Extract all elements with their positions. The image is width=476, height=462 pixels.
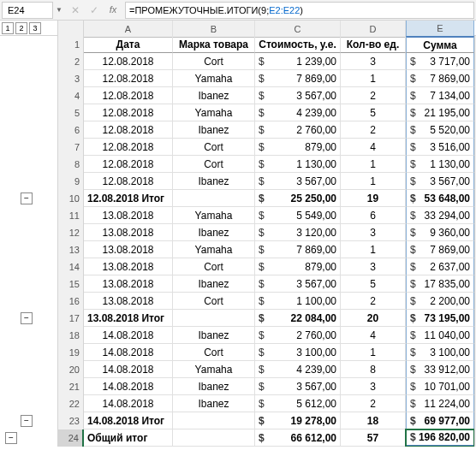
col-header-A[interactable]: A [84, 21, 173, 38]
cell-date[interactable]: 14.08.2018 [84, 327, 173, 344]
row-header[interactable]: 15 [58, 275, 84, 293]
cell-brand[interactable]: Cort [173, 156, 255, 173]
cell-qty[interactable]: 1 [341, 70, 406, 87]
cell-sum[interactable]: $7 134,00 [406, 87, 474, 104]
cell-sum[interactable]: $53 648,00 [406, 190, 474, 207]
cell-qty[interactable]: 4 [341, 139, 406, 156]
cell-qty[interactable]: 2 [341, 121, 406, 139]
header-qty[interactable]: Кол-во ед. [341, 36, 406, 53]
row-header[interactable]: 16 [58, 293, 84, 310]
cell-sum[interactable]: $33 912,00 [406, 361, 474, 378]
cell-brand[interactable]: Ibanez [173, 224, 255, 241]
cell-cost[interactable]: $7 869,00 [255, 70, 341, 87]
cell-brand[interactable] [173, 412, 255, 429]
cell-date[interactable]: 14.08.2018 Итог [84, 412, 173, 429]
cell-date[interactable]: 12.08.2018 [84, 121, 173, 139]
cell-brand[interactable] [173, 310, 255, 327]
row-header[interactable]: 6 [58, 121, 84, 139]
cell-date[interactable]: Общий итог [84, 429, 173, 447]
cell-brand[interactable]: Yamaha [173, 207, 255, 224]
cell-cost[interactable]: $3 120,00 [255, 224, 341, 241]
row-header[interactable]: 20 [58, 361, 84, 378]
cell-date[interactable]: 13.08.2018 [84, 275, 173, 293]
cell-sum[interactable]: $9 360,00 [406, 224, 474, 241]
header-sum[interactable]: Сумма [406, 36, 474, 53]
cell-qty[interactable]: 1 [341, 241, 406, 258]
header-brand[interactable]: Марка товара [173, 36, 255, 53]
cell-sum[interactable]: $10 701,00 [406, 378, 474, 395]
cell-qty[interactable]: 3 [341, 378, 406, 395]
cell-sum[interactable]: $11 224,00 [406, 395, 474, 412]
cell-sum[interactable]: $21 195,00 [406, 104, 474, 121]
cell-qty[interactable]: 3 [341, 53, 406, 70]
row-header[interactable]: 18 [58, 327, 84, 344]
cell-cost[interactable]: $5 549,00 [255, 207, 341, 224]
cell-date[interactable]: 14.08.2018 [84, 395, 173, 412]
cell-brand[interactable]: Cort [173, 258, 255, 275]
cell-sum[interactable]: $7 869,00 [406, 241, 474, 258]
cell-brand[interactable]: Cort [173, 53, 255, 70]
row-header[interactable]: 23 [58, 412, 84, 429]
cell-brand[interactable]: Yamaha [173, 104, 255, 121]
cell-date[interactable]: 14.08.2018 [84, 344, 173, 361]
outline-level-3[interactable]: 3 [29, 22, 41, 34]
cell-cost[interactable]: $879,00 [255, 258, 341, 275]
outline-level-1[interactable]: 1 [2, 22, 14, 34]
cell-brand[interactable]: Cort [173, 139, 255, 156]
cell-sum[interactable]: $69 977,00 [406, 412, 474, 429]
select-all-corner[interactable] [58, 21, 84, 38]
cell-qty[interactable]: 1 [341, 173, 406, 190]
cell-qty[interactable]: 4 [341, 327, 406, 344]
enter-icon[interactable]: ✓ [87, 4, 101, 16]
cell-sum[interactable]: $7 869,00 [406, 70, 474, 87]
cell-qty[interactable]: 2 [341, 87, 406, 104]
cell-qty[interactable]: 3 [341, 224, 406, 241]
cell-sum[interactable]: $2 200,00 [406, 293, 474, 310]
cell-qty[interactable]: 19 [341, 190, 406, 207]
cell-qty[interactable]: 18 [341, 412, 406, 429]
cell-cost[interactable]: $7 869,00 [255, 241, 341, 258]
cell-qty[interactable]: 57 [341, 429, 406, 447]
cell-date[interactable]: 12.08.2018 [84, 173, 173, 190]
cell-date[interactable]: 14.08.2018 [84, 361, 173, 378]
name-box[interactable]: E24 [2, 2, 53, 19]
cell-cost[interactable]: $3 567,00 [255, 275, 341, 293]
cell-brand[interactable]: Ibanez [173, 378, 255, 395]
cell-sum[interactable]: $3 100,00 [406, 344, 474, 361]
name-box-dropdown-icon[interactable]: ▼ [55, 6, 63, 14]
cell-grid[interactable]: 1 Дата Марка товара Стоимость, у.е. Кол-… [58, 36, 474, 447]
cell-cost[interactable]: $19 278,00 [255, 412, 341, 429]
col-header-E[interactable]: E [406, 21, 474, 38]
cell-sum[interactable]: $3 717,00 [406, 53, 474, 70]
cell-qty[interactable]: 2 [341, 293, 406, 310]
cell-cost[interactable]: $3 100,00 [255, 344, 341, 361]
cell-qty[interactable]: 20 [341, 310, 406, 327]
cell-sum[interactable]: $17 835,00 [406, 275, 474, 293]
cell-qty[interactable]: 1 [341, 156, 406, 173]
outline-collapse-icon[interactable]: − [21, 312, 33, 324]
cell-date[interactable]: 13.08.2018 [84, 224, 173, 241]
row-header[interactable]: 2 [58, 53, 84, 70]
row-header[interactable]: 4 [58, 87, 84, 104]
cell-sum[interactable]: $3 516,00 [406, 139, 474, 156]
cell-brand[interactable]: Cort [173, 344, 255, 361]
cell-brand[interactable]: Ibanez [173, 121, 255, 139]
cell-cost[interactable]: $1 130,00 [255, 156, 341, 173]
cell-date[interactable]: 12.08.2018 [84, 87, 173, 104]
cell-date[interactable]: 12.08.2018 [84, 70, 173, 87]
row-header[interactable]: 24 [58, 429, 84, 447]
cell-date[interactable]: 14.08.2018 [84, 378, 173, 395]
col-header-D[interactable]: D [341, 21, 406, 38]
cell-sum[interactable]: $73 195,00 [406, 310, 474, 327]
cell-cost[interactable]: $5 612,00 [255, 395, 341, 412]
cell-date[interactable]: 12.08.2018 [84, 156, 173, 173]
header-cost[interactable]: Стоимость, у.е. [255, 36, 341, 53]
cell-brand[interactable]: Ibanez [173, 275, 255, 293]
cell-cost[interactable]: $1 100,00 [255, 293, 341, 310]
cell-cost[interactable]: $2 760,00 [255, 121, 341, 139]
cell-brand[interactable]: Yamaha [173, 241, 255, 258]
row-header[interactable]: 12 [58, 224, 84, 241]
row-header[interactable]: 11 [58, 207, 84, 224]
row-header[interactable]: 22 [58, 395, 84, 412]
cell-date[interactable]: 12.08.2018 [84, 53, 173, 70]
